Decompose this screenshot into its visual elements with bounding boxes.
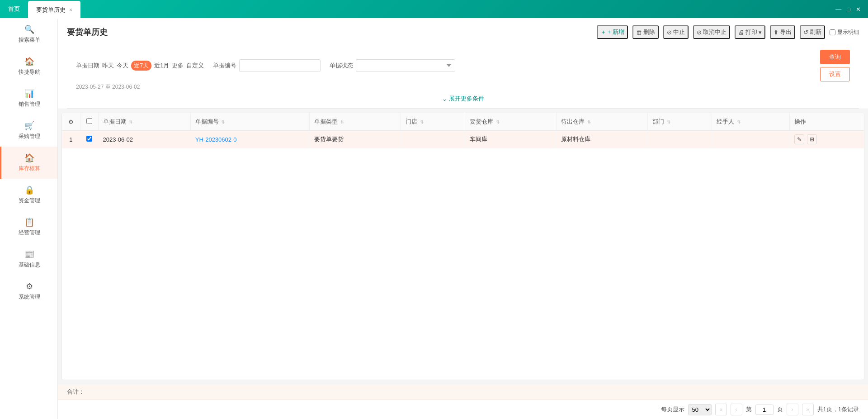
show-detail-checkbox[interactable] [830, 29, 835, 35]
basic-info-icon: 📰 [24, 249, 34, 259]
sidebar-item-operations[interactable]: 📋 经营管理 [0, 211, 57, 243]
row-store [401, 131, 465, 148]
refresh-button[interactable]: ↺ 刷新 [800, 25, 825, 39]
sidebar-item-operations-label: 经营管理 [19, 229, 40, 237]
sidebar-item-purchase[interactable]: 🛒 采购管理 [0, 114, 57, 147]
col-doc-date: 单据日期 ⇅ [98, 113, 190, 131]
tabs: 首页 要货单历史 × [0, 0, 828, 18]
stop-button[interactable]: ⊘ 中止 [663, 25, 689, 39]
filter-area: 单据日期 昨天 今天 近7天 近1月 更多 自定义 单据编号 [67, 44, 859, 109]
export-button[interactable]: ⬆ 导出 [770, 25, 795, 39]
cancel-stop-icon: ⊘ [697, 29, 702, 36]
row-checkbox[interactable] [86, 136, 92, 142]
sidebar-item-system[interactable]: ⚙ 系统管理 [0, 275, 57, 307]
refresh-icon: ↺ [803, 29, 808, 36]
delete-button[interactable]: 🗑 删除 [632, 25, 659, 39]
page-unit-label: 页 [777, 405, 783, 414]
sidebar-item-sales[interactable]: 📊 销售管理 [0, 82, 57, 114]
sort-handler-icon[interactable]: ⇅ [737, 119, 741, 124]
date-shortcut-custom[interactable]: 自定义 [186, 62, 204, 70]
page-title-row: 要货单历史 ＋ + 新增 🗑 删除 ⊘ 中止 ⊘ [67, 25, 859, 39]
date-shortcut-today[interactable]: 今天 [117, 62, 128, 70]
expand-icon: ⌄ [442, 95, 447, 102]
close-icon[interactable]: ✕ [856, 6, 861, 13]
sales-icon: 📊 [24, 89, 34, 99]
col-handler: 经手人 ⇅ [712, 113, 789, 131]
page-header: 要货单历史 ＋ + 新增 🗑 删除 ⊘ 中止 ⊘ [58, 18, 868, 109]
page-input[interactable] [755, 405, 774, 415]
date-shortcut-7days[interactable]: 近7天 [131, 61, 151, 71]
search-icon: 🔍 [24, 24, 34, 34]
per-page-label: 每页显示 [661, 405, 684, 414]
sort-doc-type-icon[interactable]: ⇅ [340, 119, 344, 124]
export-icon: ⬆ [774, 29, 778, 36]
row-doc-no-link[interactable]: YH-20230602-0 [195, 136, 237, 143]
col-settings[interactable]: ⚙ [62, 113, 80, 131]
new-button[interactable]: ＋ + 新增 [597, 25, 628, 39]
row-handler [712, 131, 789, 148]
filter-actions: 查询 设置 [820, 50, 850, 81]
prev-page-button[interactable]: ‹ [731, 404, 742, 415]
show-detail-checkbox-label: 显示明细 [830, 29, 859, 36]
sort-doc-no-icon[interactable]: ⇅ [221, 119, 225, 124]
system-icon: ⚙ [26, 281, 33, 291]
date-shortcut-yesterday[interactable]: 昨天 [102, 62, 114, 70]
sidebar-item-quick-nav-label: 快捷导航 [19, 68, 40, 76]
date-filter-group: 单据日期 昨天 今天 近7天 近1月 更多 自定义 [76, 61, 204, 71]
minimize-icon[interactable]: — [835, 6, 841, 13]
purchase-icon: 🛒 [24, 121, 34, 131]
sort-pending-warehouse-icon[interactable]: ⇅ [587, 119, 591, 124]
tab-requisition-history[interactable]: 要货单历史 × [28, 1, 80, 19]
sidebar-item-finance-label: 资金管理 [19, 197, 40, 205]
expand-more-button[interactable]: ⌄ 展开更多条件 [442, 95, 484, 103]
print-button[interactable]: 🖨 打印 ▾ [735, 25, 765, 39]
per-page-select[interactable]: 50 20 100 [688, 404, 712, 415]
print-dropdown-icon: ▾ [759, 29, 762, 36]
row-actions-cell: ✎ ⊞ [789, 131, 864, 148]
row-pending-warehouse: 原材料仓库 [557, 131, 648, 148]
sidebar-item-inventory[interactable]: 🏠 库存核算 [0, 147, 57, 179]
date-filter-label: 单据日期 [76, 62, 99, 70]
col-checkbox [80, 113, 98, 131]
sort-req-warehouse-icon[interactable]: ⇅ [496, 119, 500, 124]
row-edit-button[interactable]: ✎ [794, 134, 804, 144]
table-body: 1 2023-06-02 YH-20230602-0 要货单要货 车间库 原材料… [62, 131, 864, 148]
tab-home[interactable]: 首页 [0, 0, 28, 18]
sidebar-item-basic-info[interactable]: 📰 基础信息 [0, 243, 57, 275]
col-req-warehouse: 要货仓库 ⇅ [465, 113, 556, 131]
row-delete-button[interactable]: ⊞ [807, 134, 817, 144]
sort-department-icon[interactable]: ⇅ [667, 119, 670, 124]
sidebar-item-finance[interactable]: 🔒 资金管理 [0, 179, 57, 211]
sort-doc-date-icon[interactable]: ⇅ [129, 119, 132, 124]
tab-close-icon[interactable]: × [69, 7, 72, 13]
expand-more-row: ⌄ 展开更多条件 [76, 95, 850, 103]
docno-filter-label: 单据编号 [213, 62, 236, 70]
sort-store-icon[interactable]: ⇅ [420, 119, 424, 124]
sidebar-item-quick-nav[interactable]: 🏠 快捷导航 [0, 50, 57, 82]
date-shortcut-1month[interactable]: 近1月 [154, 62, 169, 70]
last-page-button[interactable]: » [802, 404, 814, 415]
stop-icon: ⊘ [667, 29, 672, 36]
status-select[interactable] [356, 59, 455, 72]
toolbar: ＋ + 新增 🗑 删除 ⊘ 中止 ⊘ 取消中止 [597, 25, 859, 39]
footer-summary-label: 合计： [67, 388, 85, 396]
row-doc-date: 2023-06-02 [98, 131, 190, 148]
first-page-button[interactable]: « [715, 404, 727, 415]
query-button[interactable]: 查询 [820, 50, 850, 64]
sidebar-item-search[interactable]: 🔍 搜索菜单 [0, 18, 57, 50]
select-all-checkbox[interactable] [86, 118, 92, 124]
next-page-button[interactable]: › [787, 404, 798, 415]
col-doc-type: 单据类型 ⇅ [310, 113, 401, 131]
docno-input[interactable] [239, 59, 321, 72]
filter-settings-button[interactable]: 设置 [820, 67, 850, 81]
maximize-icon[interactable]: □ [847, 6, 850, 13]
sidebar-item-purchase-label: 采购管理 [19, 133, 40, 140]
status-filter-label: 单据状态 [330, 62, 353, 70]
cancel-stop-button[interactable]: ⊘ 取消中止 [693, 25, 730, 39]
content-area: 要货单历史 ＋ + 新增 🗑 删除 ⊘ 中止 ⊘ [58, 18, 868, 419]
pagination: 每页显示 50 20 100 « ‹ 第 页 › » 共1页，1条记录 [58, 400, 868, 419]
sidebar: 🔍 搜索菜单 🏠 快捷导航 📊 销售管理 🛒 采购管理 🏠 库存核算 🔒 资金管… [0, 18, 58, 419]
col-pending-warehouse: 待出仓库 ⇅ [557, 113, 648, 131]
row-checkbox-cell [80, 131, 98, 148]
date-shortcut-more[interactable]: 更多 [172, 62, 184, 70]
